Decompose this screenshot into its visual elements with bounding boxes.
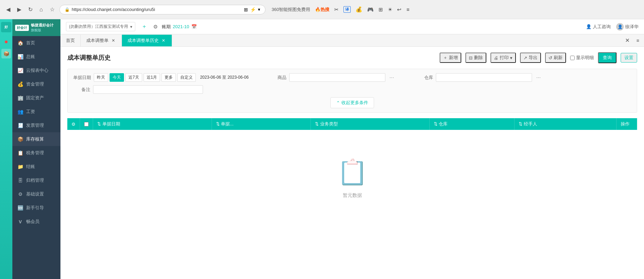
app-icon-red-dot[interactable] [1,37,11,47]
date-btn-today[interactable]: 今天 [110,73,124,82]
th-biz-type[interactable]: ⇅ 业务类型 [311,118,430,130]
warehouse-dots[interactable]: ··· [535,75,542,81]
tab-home-label: 首页 [66,37,75,44]
user-btn[interactable]: 👤 徐泽华 [616,23,639,31]
th-number[interactable]: ⇅ 单据... [212,118,310,130]
top-bar: (勿删勿禁用）江西服宝测试专用 ▾ ＋ ⚙ 账期 2021-10 📅 👤 人工咨… [60,19,644,34]
date-btn-more[interactable]: 更多 [161,73,176,82]
select-all-checkbox[interactable] [84,122,89,126]
sidebar-item-invoice[interactable]: 🧾 发票管理 [12,119,60,132]
org-name: (勿删勿禁用）江西服宝测试专用 [69,24,128,30]
date-btn-1month[interactable]: 近1月 [144,73,160,82]
sidebar-item-member-label: 畅会员 [26,219,39,225]
print-dropdown-icon: ▾ [510,55,512,60]
tab-cost-adjust-history[interactable]: 成本调整单历史 ✕ [122,35,172,46]
address-bar[interactable]: 🔒 https://cloud.chanjet.com/accounting/u… [59,5,265,14]
tab-cost-adjust[interactable]: 成本调整单 ✕ [81,35,122,46]
date-btn-7days[interactable]: 近7天 [125,73,142,82]
calendar-icon[interactable]: 📅 [191,24,197,29]
show-cols-checkbox-label[interactable]: 显示明细 [570,55,594,61]
lightning-icon: ⚡ [250,7,256,12]
goods-input[interactable] [289,73,385,82]
date-filter-label: 单据日期 [73,75,91,81]
sidebar-header[interactable]: 好会计 畅捷通好会计 旗舰版 [12,19,60,36]
tab-menu-button[interactable]: ≡ [634,36,641,45]
remark-input[interactable] [93,85,203,94]
sidebar-nav: 🏠 首页 📊 总账 📈 云报表中心 💰 资金管理 🏢 固定资产 👥 工资 [12,36,60,279]
org-add-button[interactable]: ＋ [139,22,149,32]
sidebar-item-archive[interactable]: 🗄 归档管理 [12,174,60,187]
th-handler[interactable]: ⇅ 经手人 [515,118,617,130]
sidebar-item-guide[interactable]: 🆕 新手引导 [12,201,60,215]
game-icon: 🎮 [367,7,374,13]
sidebar-item-archive-label: 归档管理 [26,177,44,183]
sidebar-item-ledger-label: 总账 [26,54,35,60]
sidebar-edition: 旗舰版 [31,28,54,33]
sidebar-item-reports[interactable]: 📈 云报表中心 [12,64,60,77]
goods-dots[interactable]: ··· [388,75,395,81]
period-value: 2021-10 [173,24,189,29]
sidebar-item-funds[interactable]: 💰 资金管理 [12,77,60,91]
reports-icon: 📈 [17,68,23,73]
sidebar-item-salary[interactable]: 👥 工资 [12,105,60,119]
closing-icon: 📁 [17,164,23,169]
sidebar-item-fixed-assets[interactable]: 🏢 固定资产 [12,91,60,105]
tabs-bar: 首页 成本调整单 ✕ 成本调整单历史 ✕ ✕ ≡ [60,34,644,47]
period-label: 账期 [162,24,171,30]
sidebar-item-funds-label: 资金管理 [26,81,44,87]
tab-close-all-button[interactable]: ✕ [623,36,632,45]
service-btn[interactable]: 👤 人工咨询 [586,24,611,30]
tab-cost-adjust-close[interactable]: ✕ [111,38,116,43]
sidebar-item-inventory[interactable]: 📦 库存核算 [12,132,60,146]
forward-button[interactable]: ▶ [15,5,23,14]
th-handler-label: 经手人 [524,121,537,126]
collapse-btn[interactable]: ⌃ 收起更多条件 [330,97,374,108]
back-button[interactable]: ◀ [4,5,12,14]
app-icon-active[interactable]: 📦 [1,49,11,58]
th-settings[interactable]: ⚙ [67,118,80,130]
query-btn[interactable]: 查询 [598,52,617,63]
warehouse-input[interactable] [436,73,532,82]
settings-gear-icon[interactable]: ⚙ [153,24,158,30]
app-icon-logo[interactable]: 好 [1,22,11,32]
tab-home[interactable]: 首页 [60,35,81,46]
period-info: 账期 2021-10 📅 [162,24,197,30]
org-selector[interactable]: (勿删勿禁用）江西服宝测试专用 ▾ [66,22,135,31]
date-btn-custom[interactable]: 自定义 [177,73,196,82]
sidebar-item-tax[interactable]: 📋 税务管理 [12,146,60,160]
wallet-icon: 💰 [355,6,362,13]
th-date[interactable]: ⇅ 单据日期 [93,118,212,130]
th-checkbox[interactable] [80,118,93,130]
sidebar-item-settings[interactable]: ⚙ 基础设置 [12,187,60,201]
sidebar-item-ledger[interactable]: 📊 总账 [12,50,60,64]
sidebar-item-home[interactable]: 🏠 首页 [12,36,60,50]
th-warehouse[interactable]: ⇅ 仓库 [429,118,515,130]
print-btn[interactable]: 🖨 打印 ▾ [490,53,516,63]
sidebar-item-member[interactable]: V 畅会员 [12,215,60,228]
sidebar-item-settings-label: 基础设置 [26,191,44,197]
warehouse-filter: 仓库 ··· [416,73,542,82]
th-warehouse-label: 仓库 [439,121,448,126]
remark-filter: 备注 [73,85,203,94]
refresh-btn[interactable]: ↺ 刷新 [545,53,566,63]
table-settings-icon: ⚙ [71,122,76,127]
home-button[interactable]: ⌂ [37,5,45,14]
new-btn[interactable]: ＋ 新增 [440,53,461,63]
query-btn-label: 查询 [603,55,612,61]
delete-btn[interactable]: ⊟ 删除 [465,53,486,63]
export-btn[interactable]: ↗ 导出 [520,53,541,63]
table-header: ⚙ ⇅ 单据日期 ⇅ 单据... [67,118,637,130]
sidebar-item-closing[interactable]: 📁 结账 [12,160,60,174]
show-cols-checkbox[interactable] [570,56,575,60]
tab-cost-adjust-history-close[interactable]: ✕ [161,38,166,43]
refresh-button[interactable]: ↻ [26,5,35,14]
date-btn-yesterday[interactable]: 昨天 [94,73,108,82]
empty-state: 暂元数据 [67,130,637,226]
star-button[interactable]: ☆ [48,5,57,14]
th-date-label: 单据日期 [102,121,120,126]
user-avatar-icon: 👤 [616,23,624,31]
settings-btn[interactable]: 设置 [621,53,637,63]
show-cols-label: 显示明细 [576,55,594,61]
archive-icon: 🗄 [17,178,23,183]
app-container: 好 📦 好会计 畅捷通好会计 旗舰版 🏠 首页 📊 总账 📈 云报表中心 [0,19,644,279]
